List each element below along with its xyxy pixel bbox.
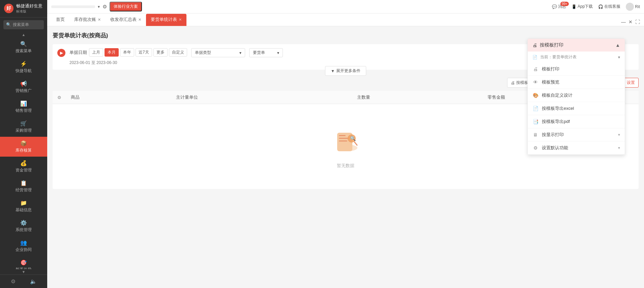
sidebar-search[interactable]: 🔍 搜索菜单 (3, 20, 44, 29)
topbar-dropdown-arrow[interactable]: ▾ (98, 4, 100, 9)
user-avatar-btn[interactable]: Rit (626, 3, 640, 11)
date-filter-group: 单据日期 上月 本月 本年 近7天 更多 自定义 2023-06-01 至 20… (69, 48, 187, 66)
tab-bar: 首页 库存批次账 ✕ 收发存汇总表 ✕ 要货单统计表 ✕ — ✕ ⛶ (47, 13, 644, 26)
dropdown-item-export-excel[interactable]: 📄 按模板导出excel (528, 102, 625, 115)
operations-icon: 📋 (20, 180, 27, 186)
tab-home[interactable]: 首页 (51, 14, 69, 26)
app-download-icon: 📱 (572, 4, 577, 9)
tab-receipt-summary[interactable]: 收发存汇总表 ✕ (106, 14, 146, 26)
sidebar-item-purchase[interactable]: 🛒 采购管理 (0, 117, 47, 137)
message-badge: 99+ (560, 2, 569, 6)
marketing-icon: 📢 (20, 81, 27, 87)
window-minimize-btn[interactable]: — (621, 19, 626, 25)
topbar-gear-icon[interactable]: ⚙ (103, 4, 107, 10)
tab-order-stats-close[interactable]: ✕ (179, 18, 182, 22)
sidebar-item-label: 快捷导航 (16, 68, 32, 74)
sidebar-item-inventory[interactable]: 📦 库存核算 (0, 137, 47, 157)
sidebar-item-label: 经营管理 (16, 187, 32, 193)
sidebar-item-label: 库存核算 (16, 148, 32, 153)
tab-receipt-summary-label: 收发存汇总表 (110, 17, 137, 23)
dropdown-item-template-design[interactable]: 🎨 模板自定义设计 (528, 89, 625, 102)
finance-icon: 💰 (20, 160, 27, 166)
sidebar-item-operations[interactable]: 📋 经营管理 (0, 177, 47, 196)
basics-icon: 📁 (20, 200, 27, 206)
dropdown-item-template-print[interactable]: 🖨 模板打印 (528, 63, 625, 76)
set-default-arrow: ▾ (618, 146, 620, 150)
tab-batch-account[interactable]: 库存批次账 ✕ (69, 14, 106, 26)
dropdown-item-template-preview[interactable]: 👁 模板预览 (528, 76, 625, 89)
message-icon: 💬 (552, 4, 557, 9)
tab-batch-account-close[interactable]: ✕ (98, 18, 101, 22)
date-prev-btn[interactable]: 上月 (89, 48, 103, 57)
empty-text: 暂无数据 (337, 163, 354, 169)
window-expand-btn[interactable]: ⛶ (635, 19, 640, 25)
settings-footer-icon[interactable]: ⚙ (11, 278, 16, 285)
expand-more-btn[interactable]: ▼ 展开更多条件 (325, 66, 366, 76)
sidebar-item-basics[interactable]: 📁 基础信息 (0, 196, 47, 216)
svg-rect-4 (339, 140, 347, 141)
search-nav-icon: 🔍 (20, 41, 27, 47)
display-print-icon: 🖥 (532, 132, 538, 137)
sidebar-item-search[interactable]: 🔍 搜索菜单 (0, 37, 47, 57)
search-icon: 🔍 (6, 22, 11, 27)
dropdown-display-print[interactable]: 🖥 按显示打印 ▾ (528, 128, 625, 141)
online-service-btn[interactable]: 🎧 在线客服 (598, 4, 620, 9)
date-7days-btn[interactable]: 近7天 (136, 48, 152, 57)
tab-receipt-summary-close[interactable]: ✕ (138, 18, 141, 22)
type-filter-select[interactable]: 单据类型 ▾ (191, 48, 245, 57)
scroll-down-btn[interactable]: ▼ (0, 269, 47, 275)
quick-nav-icon: ⚡ (20, 61, 27, 67)
page-content: 要货单统计表(按商品) ▶ 单据日期 上月 本月 本年 近7天 更多 自定义 (47, 26, 644, 288)
dropdown-set-default[interactable]: ⚙ 设置默认功能 ▾ (528, 141, 625, 155)
col-settings-icon[interactable]: ⚙ (57, 95, 61, 100)
yh-filter-select[interactable]: 要货单 ▾ (249, 48, 283, 57)
sidebar-item-newbie[interactable]: 🎯 新手引导 (0, 256, 47, 269)
sidebar-item-label: 新手引导 (16, 267, 32, 269)
sales-icon: 📊 (20, 100, 27, 107)
dropdown-title: 按模板打印 (540, 42, 563, 48)
dropdown-close-btn[interactable]: ▲ (615, 42, 620, 48)
trial-btn[interactable]: 体验行业方案 (110, 2, 142, 11)
topbar: ▾ ⚙ 体验行业方案 💬 消息 99+ 📱 App下载 🎧 在线客服 Rit (47, 0, 644, 13)
service-label: 在线客服 (604, 4, 620, 9)
date-more-btn[interactable]: 更多 (153, 48, 168, 57)
app-tag: 标准版 (16, 9, 42, 14)
sidebar-item-marketing[interactable]: 📢 营销推广 (0, 77, 47, 97)
username-label: Rit (635, 4, 640, 9)
sidebar-item-quick-nav[interactable]: ⚡ 快捷导航 (0, 57, 47, 77)
message-btn[interactable]: 💬 消息 99+ (552, 4, 566, 9)
sidebar-item-finance[interactable]: 💰 资金管理 (0, 157, 47, 177)
app-download-btn[interactable]: 📱 App下载 (572, 4, 593, 9)
export-excel-icon: 📄 (532, 106, 538, 111)
topbar-search-box[interactable] (51, 5, 95, 8)
date-current-btn[interactable]: 本月 (105, 48, 119, 57)
tab-order-stats[interactable]: 要货单统计表 ✕ (146, 14, 186, 26)
sidebar-item-sales[interactable]: 📊 销售管理 (0, 97, 47, 117)
current-template-icon: 📄 (532, 55, 537, 60)
sidebar: 好 畅捷通好生意 标准版 🔍 搜索菜单 ▲ 🔍 搜索菜单 ⚡ 快捷导航 📢 营销… (0, 0, 47, 288)
sidebar-item-label: 采购管理 (16, 128, 32, 133)
template-preview-icon: 👁 (532, 79, 538, 85)
sound-footer-icon[interactable]: 🔈 (30, 278, 37, 285)
dropdown-item-export-pdf[interactable]: 📑 按模板导出pdf (528, 115, 625, 128)
window-controls: — ✕ ⛶ (621, 19, 640, 26)
yh-filter-label: 要货单 (253, 50, 265, 56)
sidebar-item-collab[interactable]: 👥 企业协同 (0, 236, 47, 256)
app-logo-icon: 好 (4, 4, 13, 13)
scroll-up-btn[interactable]: ▲ (0, 32, 47, 37)
tab-order-stats-label: 要货单统计表 (151, 17, 177, 23)
date-custom-btn[interactable]: 自定义 (169, 48, 187, 57)
settings-btn[interactable]: 设置 (623, 78, 639, 88)
current-template-arrow[interactable]: ▾ (618, 55, 620, 60)
empty-icon: 🔍 (329, 124, 362, 158)
template-preview-label: 模板预览 (542, 79, 559, 85)
col-settings[interactable]: ⚙ (53, 91, 66, 104)
filter-toggle-btn[interactable]: ▶ (57, 49, 65, 57)
template-print-label: 模板打印 (542, 66, 559, 72)
sidebar-item-system[interactable]: ⚙️ 系统管理 (0, 216, 47, 236)
expand-icon: ▼ (331, 69, 335, 73)
export-pdf-label: 按模板导出pdf (542, 119, 570, 125)
date-year-btn[interactable]: 本年 (120, 48, 134, 57)
set-default-label: 设置默认功能 (542, 145, 568, 151)
window-close-btn[interactable]: ✕ (628, 19, 633, 25)
